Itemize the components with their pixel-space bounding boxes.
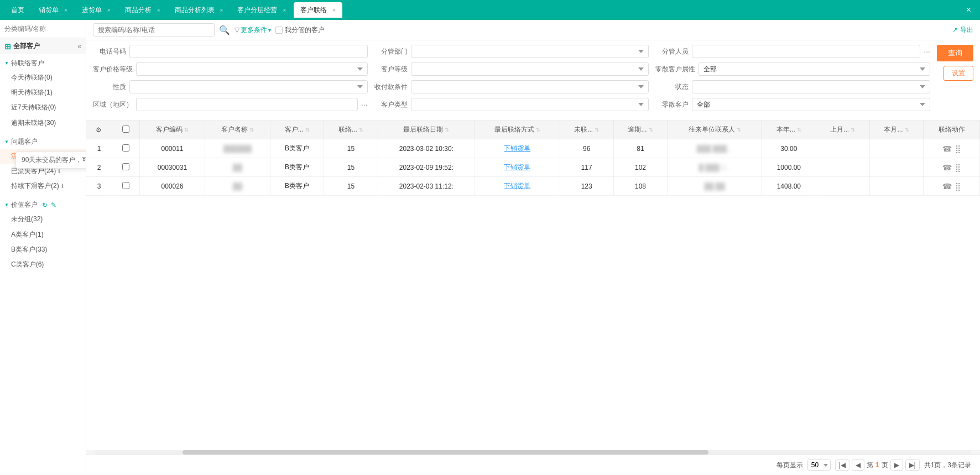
tab-purchase-close[interactable]: ×: [107, 7, 111, 13]
sidebar-item-c[interactable]: C类客户(6): [0, 257, 86, 272]
tab-analysis[interactable]: 商品分析 ×: [118, 2, 167, 18]
filter-price-level-select[interactable]: [136, 62, 368, 76]
action-phone-icon[interactable]: ☎: [942, 182, 952, 191]
query-button[interactable]: 查询: [937, 45, 973, 61]
filter-payment-select[interactable]: [411, 80, 649, 93]
filter-level-select[interactable]: [411, 62, 649, 76]
row-select-checkbox[interactable]: [122, 163, 129, 170]
row-last-method[interactable]: 下销货单: [475, 177, 560, 196]
sort-icon-lm[interactable]: ⇅: [851, 127, 855, 133]
tab-customer-tier-close[interactable]: ×: [283, 7, 286, 13]
select-all-checkbox[interactable]: [122, 126, 129, 133]
first-page-button[interactable]: |◀: [835, 460, 849, 471]
sort-icon-unliaison[interactable]: ⇅: [595, 127, 599, 133]
person-dots[interactable]: ···: [924, 47, 930, 56]
row-select-checkbox[interactable]: [122, 144, 129, 152]
tab-analysis-list[interactable]: 商品分析列表 ×: [168, 2, 230, 18]
row-actions: ☎ ⣿: [924, 139, 980, 158]
row-checkbox[interactable]: [112, 177, 139, 196]
filter-phone-input[interactable]: [129, 45, 368, 58]
sort-icon-method[interactable]: ⇅: [536, 127, 540, 133]
sort-icon-cp[interactable]: ⇅: [737, 127, 741, 133]
tab-home[interactable]: 首页: [4, 2, 31, 18]
last-method-link[interactable]: 下销货单: [504, 182, 530, 190]
last-method-link[interactable]: 下销货单: [504, 144, 530, 152]
window-close-button[interactable]: ×: [962, 3, 976, 17]
sidebar-item-a[interactable]: A类客户(1): [0, 227, 86, 242]
filter-status-select[interactable]: [692, 80, 930, 93]
row-type: B类客户: [270, 139, 324, 158]
all-customers-header[interactable]: ⊞ 全部客户 «: [0, 38, 86, 54]
sort-icon-overdue[interactable]: ⇅: [649, 127, 653, 133]
filter-type-select[interactable]: [411, 98, 649, 111]
tab-analysis-close[interactable]: ×: [157, 7, 160, 13]
filter-person-input[interactable]: [692, 45, 920, 58]
tab-customer-contact-close[interactable]: ×: [332, 7, 336, 13]
sort-icon-code[interactable]: ⇅: [184, 127, 189, 133]
group-problem-label[interactable]: ▼ 问题客户: [0, 135, 86, 149]
row-checkbox[interactable]: [112, 139, 139, 158]
action-phone-icon[interactable]: ☎: [942, 163, 952, 172]
action-more-icon[interactable]: ⣿: [955, 163, 961, 172]
action-phone-icon[interactable]: ☎: [942, 144, 952, 153]
scrollbar-thumb[interactable]: [183, 450, 708, 455]
group-value-label[interactable]: ▼ 价值客户 ↻ ✎: [0, 198, 86, 212]
action-more-icon[interactable]: ⣿: [955, 144, 961, 153]
sort-icon-contact[interactable]: ⇅: [359, 127, 363, 133]
col-actions-label: 联络动作: [939, 126, 965, 133]
filter-area-input[interactable]: [136, 98, 358, 111]
filter-actions: 查询 设置: [937, 45, 973, 116]
settings-button[interactable]: 设置: [943, 66, 973, 81]
row-checkbox[interactable]: [112, 158, 139, 177]
tab-customer-contact[interactable]: 客户联络 ×: [294, 2, 342, 18]
area-dots[interactable]: ···: [361, 100, 368, 109]
sort-icon-date[interactable]: ⇅: [445, 127, 449, 133]
sort-icon-tm[interactable]: ⇅: [905, 127, 909, 133]
sort-icon-ty[interactable]: ⇅: [797, 127, 801, 133]
row-last-method[interactable]: 下销货单: [475, 139, 560, 158]
per-page-select[interactable]: 50: [807, 460, 831, 471]
sidebar-search-input[interactable]: [4, 25, 86, 33]
sidebar-item-overdue[interactable]: 逾期未联络(30): [0, 116, 86, 131]
export-button[interactable]: ↗ 导出: [952, 25, 973, 35]
sidebar-item-tomorrow[interactable]: 明天待联络(1): [0, 85, 86, 100]
row-last-method[interactable]: 下销货单: [475, 158, 560, 177]
tab-home-label: 首页: [11, 6, 24, 15]
next-page-button[interactable]: ▶: [890, 460, 903, 471]
filter-search-button[interactable]: 🔍: [219, 25, 230, 35]
tab-analysis-list-close[interactable]: ×: [220, 7, 223, 13]
sidebar-item-b[interactable]: B类客户(33): [0, 242, 86, 257]
tab-analysis-list-label: 商品分析列表: [175, 6, 215, 15]
sidebar-item-week[interactable]: 近7天待联络(0): [0, 100, 86, 115]
tab-sales[interactable]: 销货单 ×: [32, 2, 74, 18]
filter-retail-select[interactable]: 全部: [692, 98, 930, 111]
edit-icon[interactable]: ✎: [51, 201, 56, 209]
tab-customer-tier[interactable]: 客户分层经营 ×: [231, 2, 293, 18]
filter-dept-select[interactable]: [411, 45, 649, 58]
sort-icon-type[interactable]: ⇅: [305, 127, 310, 133]
tab-purchase[interactable]: 进货单 ×: [75, 2, 117, 18]
filter-retail-attr-select[interactable]: 全部: [698, 62, 930, 76]
prev-page-button[interactable]: ◀: [852, 460, 864, 471]
last-method-link[interactable]: 下销货单: [504, 163, 530, 171]
sidebar-item-today[interactable]: 今天待联络(0): [0, 70, 86, 85]
last-page-button[interactable]: ▶|: [905, 460, 920, 471]
group-pending-label[interactable]: ▼ 待联络客户: [0, 56, 86, 70]
row-select-checkbox[interactable]: [122, 182, 129, 189]
filter-search-input[interactable]: [93, 23, 215, 36]
collapse-icon[interactable]: «: [77, 43, 81, 50]
my-customers-checkbox[interactable]: [275, 27, 283, 34]
refresh-icon[interactable]: ↻: [42, 201, 48, 209]
tab-sales-close[interactable]: ×: [64, 7, 67, 13]
my-customers-toggle[interactable]: 我分管的客户: [275, 25, 325, 35]
horizontal-scrollbar[interactable]: [95, 450, 971, 455]
sidebar-item-declining[interactable]: 持续下滑客户(2) ℹ: [0, 179, 86, 194]
col-settings[interactable]: ⚙: [86, 121, 112, 139]
sort-icon-name[interactable]: ⇅: [249, 127, 254, 133]
action-more-icon[interactable]: ⣿: [955, 182, 961, 191]
sidebar-item-week-label: 近7天待联络(0): [11, 103, 56, 111]
col-checkbox[interactable]: [112, 121, 139, 139]
more-conditions-toggle[interactable]: ▽ 更多条件 ▾: [234, 25, 271, 35]
sidebar-item-ungroup[interactable]: 未分组(32): [0, 212, 86, 227]
filter-nature-select[interactable]: [129, 80, 368, 93]
